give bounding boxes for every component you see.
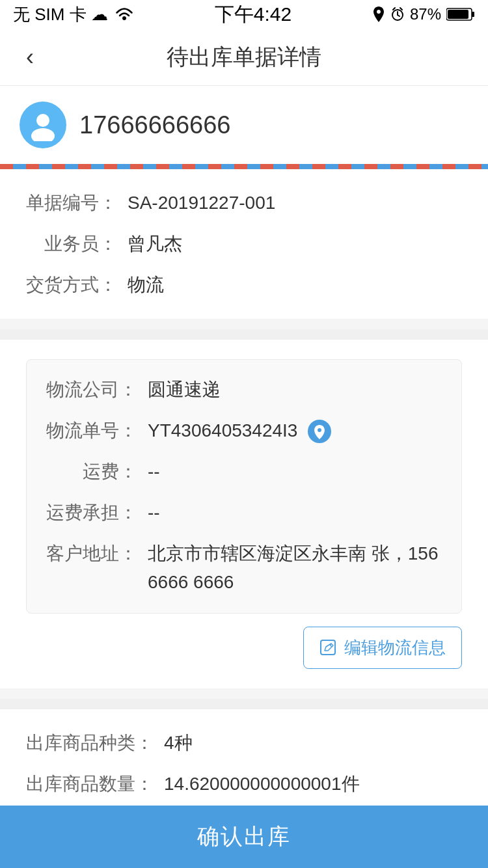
confirm-button[interactable]: 确认出库: [0, 806, 488, 868]
sales-person-value: 曾凡杰: [128, 230, 462, 259]
delivery-method-row: 交货方式： 物流: [26, 271, 462, 300]
freight-bearer-row: 运费承担： --: [46, 498, 442, 528]
goods-types-row: 出库商品种类： 4种: [26, 729, 462, 758]
confirm-label: 确认出库: [197, 822, 291, 852]
edit-icon: [319, 639, 338, 657]
svg-line-12: [330, 645, 332, 647]
delivery-method-value: 物流: [128, 271, 462, 300]
address-value: 北京市市辖区海淀区永丰南 张，156 6666 6666: [148, 539, 442, 598]
goods-quantity-value: 14.620000000000001件: [164, 770, 462, 799]
freight-bearer-label: 运费承担：: [46, 498, 137, 528]
logistics-section: 物流公司： 圆通速递 物流单号： YT43064053424I3 运费：: [0, 340, 488, 688]
goods-quantity-label: 出库商品数量：: [26, 770, 154, 799]
sim-status: 无 SIM 卡 ☁: [13, 3, 108, 26]
tracking-number-label: 物流单号：: [46, 416, 137, 446]
order-number-label: 单据编号：: [26, 189, 117, 218]
tracking-number-container: YT43064053424I3: [148, 416, 442, 446]
status-time: 下午4:42: [215, 1, 291, 28]
order-info-section: 单据编号： SA-20191227-001 业务员： 曾凡杰 交货方式： 物流: [0, 169, 488, 319]
status-left: 无 SIM 卡 ☁: [13, 3, 134, 26]
edit-logistics-button[interactable]: 编辑物流信息: [303, 627, 462, 669]
order-number-value: SA-20191227-001: [128, 189, 462, 218]
user-header: 17666666666: [0, 86, 488, 164]
address-label: 客户地址：: [46, 539, 137, 569]
svg-line-3: [393, 8, 395, 10]
battery-percentage: 87%: [410, 5, 441, 23]
edit-logistics-label: 编辑物流信息: [344, 636, 446, 659]
nav-bar: ‹ 待出库单据详情: [0, 29, 488, 86]
logistics-company-value: 圆通速递: [148, 375, 442, 405]
separator-1: [0, 329, 488, 340]
delivery-method-label: 交货方式：: [26, 271, 117, 300]
svg-line-2: [398, 15, 400, 16]
dashed-divider: [0, 164, 488, 169]
freight-row: 运费： --: [46, 457, 442, 487]
svg-point-8: [36, 114, 49, 127]
goods-quantity-row: 出库商品数量： 14.620000000000001件: [26, 770, 462, 799]
separator-2: [0, 699, 488, 709]
svg-rect-7: [448, 10, 468, 19]
freight-label: 运费：: [46, 457, 137, 487]
logistics-card: 物流公司： 圆通速递 物流单号： YT43064053424I3 运费：: [26, 359, 462, 614]
wifi-icon: [115, 7, 134, 21]
svg-rect-11: [321, 640, 335, 655]
goods-types-label: 出库商品种类：: [26, 729, 154, 758]
address-row: 客户地址： 北京市市辖区海淀区永丰南 张，156 6666 6666: [46, 539, 442, 598]
svg-rect-6: [472, 12, 474, 17]
location-status-icon: [372, 7, 385, 22]
back-icon: ‹: [26, 44, 34, 71]
goods-types-value: 4种: [164, 729, 462, 758]
page-title: 待出库单据详情: [167, 42, 321, 72]
status-right: 87%: [372, 5, 475, 23]
tracking-number-value: YT43064053424I3: [148, 416, 297, 446]
status-bar: 无 SIM 卡 ☁ 下午4:42 87%: [0, 0, 488, 29]
location-track-icon[interactable]: [308, 420, 331, 443]
avatar: [20, 102, 66, 148]
order-number-row: 单据编号： SA-20191227-001: [26, 189, 462, 218]
svg-point-9: [31, 128, 55, 141]
sales-person-row: 业务员： 曾凡杰: [26, 230, 462, 259]
freight-value: --: [148, 457, 442, 487]
battery-icon: [446, 7, 475, 21]
avatar-icon: [27, 109, 59, 141]
svg-line-4: [400, 8, 402, 10]
tracking-number-row: 物流单号： YT43064053424I3: [46, 416, 442, 446]
logistics-company-row: 物流公司： 圆通速递: [46, 375, 442, 405]
freight-bearer-value: --: [148, 498, 442, 528]
user-phone: 17666666666: [79, 111, 230, 139]
edit-logistics-row: 编辑物流信息: [26, 627, 462, 669]
svg-point-10: [308, 420, 331, 443]
sales-person-label: 业务员：: [26, 230, 117, 259]
back-button[interactable]: ‹: [16, 43, 44, 72]
logistics-company-label: 物流公司：: [46, 375, 137, 405]
alarm-icon: [390, 7, 405, 22]
